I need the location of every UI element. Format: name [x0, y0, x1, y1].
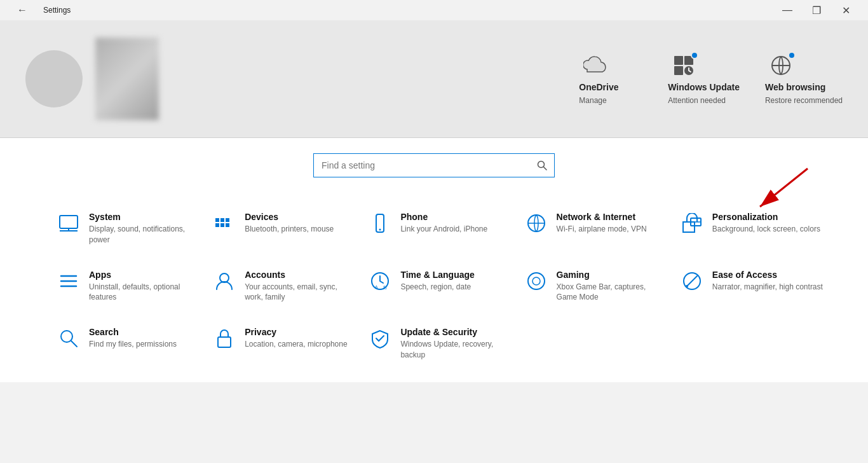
svg-point-32	[686, 285, 688, 287]
svg-rect-3	[674, 66, 683, 75]
personalization-desc: Background, lock screen, colors	[712, 224, 820, 235]
search-section	[0, 138, 868, 190]
svg-rect-19	[683, 222, 695, 232]
search-icon	[57, 327, 80, 350]
personalization-text: PersonalizationBackground, lock screen, …	[712, 212, 820, 235]
settings-item-gaming[interactable]: GamingXbox Game Bar, captures, Game Mode	[519, 261, 674, 312]
maximize-button[interactable]: ❐	[802, 0, 831, 20]
settings-item-time[interactable]: AあTime & LanguageSpeech, region, date	[362, 261, 518, 312]
search-desc: Find my files, permissions	[89, 339, 177, 350]
ease-title: Ease of Access	[712, 270, 823, 280]
devices-text: DevicesBluetooth, printers, mouse	[245, 212, 334, 235]
settings-item-ease[interactable]: Ease of AccessNarrator, magnifier, high …	[674, 261, 830, 312]
svg-rect-14	[226, 218, 229, 222]
settings-item-privacy[interactable]: PrivacyLocation, camera, microphone	[207, 318, 362, 370]
minimize-button[interactable]: —	[773, 0, 802, 20]
apps-text: AppsUninstall, defaults, optional featur…	[89, 270, 200, 303]
svg-line-34	[71, 341, 77, 347]
svg-rect-1	[674, 56, 683, 65]
web-browsing-label: Web browsing	[765, 82, 825, 92]
search-icon	[537, 160, 547, 170]
phone-text: PhoneLink your Android, iPhone	[400, 212, 487, 235]
phone-icon	[369, 212, 391, 235]
settings-item-accounts[interactable]: AccountsYour accounts, email, sync, work…	[207, 261, 362, 312]
svg-rect-35	[218, 337, 231, 347]
settings-item-network[interactable]: Network & InternetWi-Fi, airplane mode, …	[519, 203, 674, 254]
settings-item-phone[interactable]: PhoneLink your Android, iPhone	[362, 203, 518, 254]
settings-item-devices[interactable]: DevicesBluetooth, printers, mouse	[207, 203, 362, 254]
settings-item-system[interactable]: SystemDisplay, sound, notifications, pow…	[51, 203, 207, 254]
title-bar: ← Settings — ❐ ✕	[0, 0, 868, 20]
system-desc: Display, sound, notifications, power	[89, 224, 200, 245]
phone-title: Phone	[400, 212, 487, 222]
gaming-desc: Xbox Game Bar, captures, Game Mode	[557, 282, 668, 303]
update-security-icon	[369, 327, 391, 350]
title-bar-controls: — ❐ ✕	[773, 0, 860, 20]
privacy-text: PrivacyLocation, camera, microphone	[245, 327, 347, 350]
svg-point-25	[220, 273, 229, 282]
settings-item-apps[interactable]: AppsUninstall, defaults, optional featur…	[51, 261, 207, 312]
time-title: Time & Language	[400, 270, 474, 280]
svg-text:A: A	[375, 285, 378, 289]
svg-point-30	[532, 277, 540, 285]
svg-rect-12	[220, 218, 224, 222]
gaming-title: Gaming	[557, 270, 668, 280]
ease-text: Ease of AccessNarrator, magnifier, high …	[712, 270, 823, 293]
apps-title: Apps	[89, 270, 200, 280]
settings-item-search[interactable]: SearchFind my files, permissions	[51, 318, 207, 370]
accounts-icon	[213, 270, 236, 293]
onedrive-shortcut[interactable]: OneDrive Manage	[579, 53, 642, 105]
settings-item-personalization[interactable]: PersonalizationBackground, lock screen, …	[674, 203, 830, 254]
gaming-icon	[525, 270, 548, 293]
svg-rect-15	[226, 223, 229, 227]
windows-update-label: Windows Update	[668, 82, 740, 92]
settings-item-update-security[interactable]: Update & SecurityWindows Update, recover…	[362, 318, 518, 370]
network-text: Network & InternetWi-Fi, airplane mode, …	[557, 212, 647, 235]
svg-rect-7	[60, 216, 78, 228]
ease-icon	[681, 270, 703, 293]
web-browsing-sublabel: Restore recommended	[765, 96, 843, 105]
svg-point-17	[379, 229, 381, 231]
privacy-desc: Location, camera, microphone	[245, 339, 347, 350]
search-text: SearchFind my files, permissions	[89, 327, 177, 350]
accounts-desc: Your accounts, email, sync, work, family	[245, 282, 356, 303]
ease-desc: Narrator, magnifier, high contrast	[712, 282, 823, 293]
time-desc: Speech, region, date	[400, 282, 474, 293]
svg-rect-10	[215, 218, 219, 222]
update-security-text: Update & SecurityWindows Update, recover…	[400, 327, 512, 361]
close-button[interactable]: ✕	[831, 0, 860, 20]
search-title: Search	[89, 327, 177, 337]
web-browsing-icon-wrap	[765, 53, 797, 78]
personalization-title: Personalization	[712, 212, 820, 222]
header-section: OneDrive Manage Windows Update Attention…	[0, 20, 868, 138]
apps-desc: Uninstall, defaults, optional features	[89, 282, 200, 303]
onedrive-label: OneDrive	[579, 82, 618, 92]
web-browsing-shortcut[interactable]: Web browsing Restore recommended	[765, 53, 843, 105]
devices-desc: Bluetooth, printers, mouse	[245, 224, 334, 235]
windows-update-sublabel: Attention needed	[668, 96, 726, 105]
svg-point-29	[528, 273, 545, 289]
back-button[interactable]: ←	[8, 0, 37, 20]
personalization-icon	[681, 212, 703, 235]
system-icon	[57, 212, 80, 235]
devices-title: Devices	[245, 212, 334, 222]
devices-icon	[213, 212, 236, 235]
onedrive-icon	[583, 54, 606, 77]
windows-update-shortcut[interactable]: Windows Update Attention needed	[668, 53, 740, 105]
update-security-title: Update & Security	[400, 327, 512, 337]
search-input[interactable]	[314, 160, 530, 170]
svg-rect-11	[215, 223, 219, 227]
windows-update-badge	[691, 52, 698, 59]
windows-update-icon-wrap	[668, 53, 700, 78]
onedrive-icon-wrap	[579, 53, 611, 78]
search-box	[313, 153, 555, 177]
search-button[interactable]	[530, 154, 554, 177]
svg-text:あ: あ	[383, 285, 387, 290]
system-title: System	[89, 212, 200, 222]
gaming-text: GamingXbox Game Bar, captures, Game Mode	[557, 270, 668, 303]
network-desc: Wi-Fi, airplane mode, VPN	[557, 224, 647, 235]
title-bar-title: Settings	[43, 6, 71, 15]
svg-rect-13	[220, 223, 224, 227]
avatar[interactable]	[25, 50, 83, 107]
time-text: Time & LanguageSpeech, region, date	[400, 270, 474, 293]
